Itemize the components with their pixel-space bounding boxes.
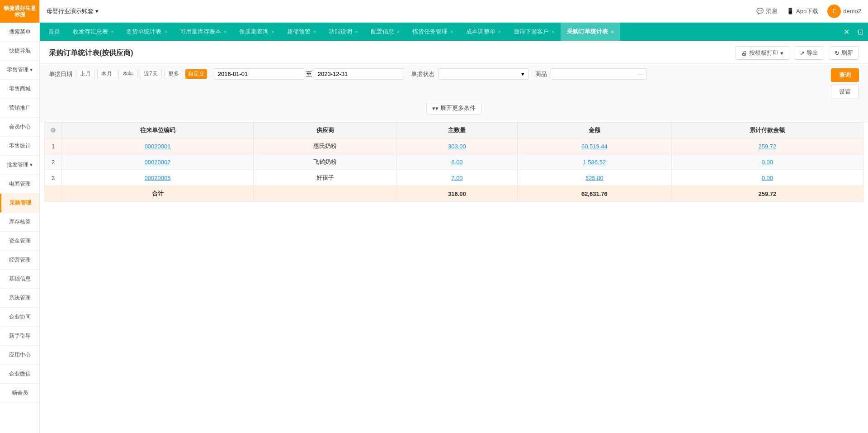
sidebar-item-member2[interactable]: 畅会员 (0, 384, 39, 403)
tab-close-icon[interactable]: × (450, 29, 453, 34)
sidebar-item-enterprise[interactable]: 企业协同 (0, 308, 39, 327)
code-link[interactable]: 00020001 (145, 143, 171, 150)
sidebar-item-ecommerce[interactable]: 电商管理 (0, 175, 39, 194)
tab-close-icon[interactable]: × (552, 29, 554, 34)
date-from-input[interactable] (214, 68, 304, 80)
tab-close-icon[interactable]: × (271, 29, 274, 34)
sidebar-item-retail_store[interactable]: 零售商城 (0, 80, 39, 99)
sidebar-item-finance[interactable]: 资金管理 (0, 232, 39, 251)
nav-tab-invite_downstream[interactable]: 邀请下游客户× (507, 23, 561, 41)
sidebar-item-member[interactable]: 会员中心 (0, 118, 39, 137)
goods-more-icon[interactable]: ··· (634, 71, 646, 77)
col-code: 往来单位编码 (62, 123, 254, 138)
nav-tab-function_desc[interactable]: 功能说明× (322, 23, 364, 41)
date-btn-7days[interactable]: 近7天 (140, 69, 162, 79)
col-settings[interactable]: ⚙ (45, 123, 62, 138)
refresh-button[interactable]: ↻ 刷新 (829, 46, 859, 60)
tab-close-icon[interactable]: × (224, 29, 226, 34)
sidebar-item-app_center[interactable]: 应用中心 (0, 346, 39, 365)
nav-tab-receive_summary[interactable]: 收发存汇总表× (66, 23, 120, 41)
cell-amount: 1,586.52 (517, 154, 671, 170)
filter-area: 单据日期 上月 本月 本年 近7天 更多 自定义 (40, 64, 868, 122)
setting-button[interactable]: 设置 (831, 85, 859, 99)
workspace-selector[interactable]: 母婴行业演示账套 ▾ (47, 7, 99, 15)
close-tab-button[interactable]: ✕ (841, 28, 852, 36)
cell-code: 00020005 (62, 170, 254, 186)
app-download-button[interactable]: 📱 App下载 (787, 7, 818, 15)
tab-close-icon[interactable]: × (397, 29, 400, 34)
sidebar-item-guide[interactable]: 新手引导 (0, 327, 39, 346)
nav-tab-config_info[interactable]: 配置信息× (364, 23, 406, 41)
message-button[interactable]: 💬 消息 (756, 7, 778, 15)
paid-link[interactable]: 0.00 (762, 175, 773, 181)
nav-tab-expiry_query[interactable]: 保质期查询× (233, 23, 280, 41)
nav-tab-label: 成本调整单 (466, 28, 495, 36)
nav-tab-cost_adjust[interactable]: 成本调整单× (460, 23, 507, 41)
expand-conditions-button[interactable]: ▾▾ 展开更多条件 (426, 102, 481, 114)
code-link[interactable]: 00020002 (145, 159, 171, 166)
amount-link[interactable]: 525.80 (585, 175, 604, 181)
cell-paid: 0.00 (671, 154, 863, 170)
gear-icon[interactable]: ⚙ (50, 127, 56, 134)
paid-link[interactable]: 0.00 (762, 159, 773, 166)
cell-supplier: 飞鹤奶粉 (254, 154, 397, 170)
cell-no: 3 (45, 170, 62, 186)
tab-close-icon[interactable]: × (164, 29, 167, 34)
sidebar-item-wholesale[interactable]: 批发管理 ▾ (0, 156, 39, 175)
sidebar-item-search[interactable]: 搜索菜单 (0, 23, 39, 42)
status-filter: 单据状态 ▾ (411, 68, 528, 80)
tab-close-icon[interactable]: × (498, 29, 501, 34)
paid-link[interactable]: 259.72 (759, 143, 777, 150)
print-icon: 🖨 (741, 50, 747, 57)
date-btn-more[interactable]: 更多 (164, 69, 183, 79)
qty-link[interactable]: 7.00 (451, 175, 462, 181)
action-buttons: 查询 设置 (831, 68, 859, 99)
nav-tab-available_stock[interactable]: 可用量库存账本× (174, 23, 233, 41)
footer-paid: 259.72 (671, 186, 863, 202)
nav-tab-label: 功能说明 (329, 28, 352, 36)
refresh-icon: ↻ (835, 50, 840, 57)
sidebar-item-shortcut[interactable]: 快捷导航 (0, 42, 39, 61)
template-print-button[interactable]: 🖨 按模板打印 ▾ (736, 46, 789, 60)
tab-close-icon[interactable]: × (355, 29, 358, 34)
nav-tab-home[interactable]: 首页 (42, 23, 66, 41)
maximize-button[interactable]: ⊡ (855, 28, 866, 36)
cell-no: 1 (45, 138, 62, 154)
date-btn-this-month[interactable]: 本月 (97, 69, 116, 79)
sidebar-item-retail_stat[interactable]: 零售统计 (0, 137, 39, 156)
code-link[interactable]: 00020005 (145, 175, 171, 181)
amount-link[interactable]: 60,519.44 (581, 143, 608, 150)
sidebar-item-wechat[interactable]: 企业微信 (0, 365, 39, 384)
qty-link[interactable]: 303.00 (448, 143, 466, 150)
sidebar-item-operations[interactable]: 经营管理 (0, 251, 39, 270)
tab-close-icon[interactable]: × (313, 29, 316, 34)
date-to-input[interactable] (314, 68, 404, 80)
download-icon: 📱 (787, 8, 794, 14)
nav-tab-purchase_summary[interactable]: 采购订单统计表× (561, 23, 620, 41)
date-btn-last-month[interactable]: 上月 (76, 69, 95, 79)
nav-tab-label: 超储预警 (287, 28, 311, 36)
sidebar-item-basic_info[interactable]: 基础信息 (0, 270, 39, 289)
tab-close-icon[interactable]: × (611, 29, 613, 34)
goods-input[interactable] (551, 69, 634, 79)
date-btn-this-year[interactable]: 本年 (118, 69, 137, 79)
sidebar-item-inventory[interactable]: 库存核算 (0, 213, 39, 232)
nav-tab-label: 要货单统计表 (126, 28, 161, 36)
search-button[interactable]: 查询 (831, 68, 859, 82)
cell-supplier: 好孩子 (254, 170, 397, 186)
cell-code: 00020001 (62, 138, 254, 154)
amount-link[interactable]: 1,586.52 (583, 159, 606, 166)
nav-tab-picking_task[interactable]: 拣货任务管理× (406, 23, 459, 41)
tab-close-icon[interactable]: × (111, 29, 113, 34)
nav-tab-requisition_summary[interactable]: 要货单统计表× (120, 23, 173, 41)
user-menu[interactable]: E demo2 (827, 5, 861, 18)
sidebar-item-system[interactable]: 系统管理 (0, 289, 39, 308)
sidebar-item-retail_manage[interactable]: 零售管理 ▾ (0, 61, 39, 80)
export-button[interactable]: ↗ 导出 (794, 46, 824, 60)
qty-link[interactable]: 6.00 (451, 159, 462, 166)
sidebar-item-marketing[interactable]: 营销推广 (0, 99, 39, 118)
status-select[interactable]: ▾ (438, 68, 528, 80)
nav-tab-overstock_warning[interactable]: 超储预警× (281, 23, 322, 41)
topbar: 母婴行业演示账套 ▾ 💬 消息 📱 App下载 E demo2 (40, 0, 868, 23)
sidebar-item-purchase[interactable]: 采购管理 (0, 194, 39, 213)
